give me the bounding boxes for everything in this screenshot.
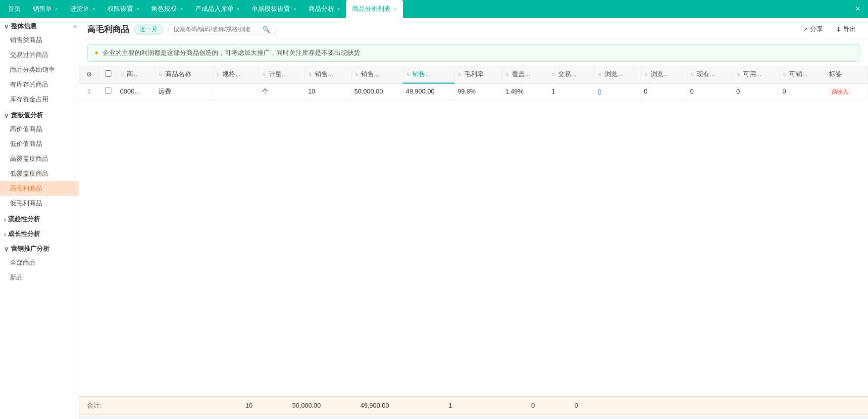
cell-code: 0000...: [117, 83, 155, 99]
sidebar-collapse-button[interactable]: «: [73, 22, 77, 30]
sidebar-item-low-value[interactable]: 低价值商品: [0, 137, 79, 151]
page-title: 高毛利商品: [87, 24, 129, 35]
col-browse1[interactable]: ⇅ 浏览...: [595, 66, 641, 83]
cell-coverage: 1.49%: [502, 83, 548, 99]
sort-icon: ⇅: [736, 72, 740, 77]
sidebar-item-new-goods[interactable]: 新品: [0, 270, 79, 285]
col-name[interactable]: ⇅ 商品名称: [155, 66, 213, 83]
footer-sales3: 49,900.00: [360, 402, 389, 409]
footer-row: 合计: 10 50,000.00 49,900.00 1 0 0: [79, 396, 868, 414]
cell-sales3: 49,900.00: [403, 83, 454, 99]
nav-product-warehouse[interactable]: 产成品入库单 ×: [189, 0, 246, 18]
col-sales3[interactable]: ⇅ 销售...: [403, 66, 454, 83]
close-icon[interactable]: ×: [337, 6, 340, 12]
col-tag[interactable]: 标签: [825, 66, 868, 83]
search-icon[interactable]: 🔍: [262, 26, 270, 33]
footer-data: 10 50,000.00 49,900.00 1 0 0: [112, 402, 578, 409]
nav-analysis-list[interactable]: 商品分析列表 ×: [346, 0, 403, 18]
nav-template[interactable]: 单据模板设置 ×: [246, 0, 302, 18]
col-settings[interactable]: ⚙: [79, 66, 99, 83]
col-stock-available[interactable]: ⇅ 可用...: [733, 66, 779, 83]
close-all-button[interactable]: ×: [850, 4, 866, 13]
sidebar-item-stock-goods[interactable]: 有库存的商品: [0, 77, 79, 92]
sidebar-group-contribution[interactable]: ∨ 贡献值分析: [0, 107, 79, 122]
data-table: ⚙ ⇅ 商... ⇅ 商品名称: [79, 66, 868, 100]
sidebar-item-low-coverage[interactable]: 低覆盖度商品: [0, 166, 79, 181]
sidebar-item-low-margin[interactable]: 低毛利商品: [0, 196, 79, 211]
col-stock-sale[interactable]: ⇅ 可销...: [779, 66, 825, 83]
cell-browse1[interactable]: 0: [595, 83, 641, 99]
share-button[interactable]: ↗ 分享: [799, 23, 827, 36]
sidebar-item-stock-funds[interactable]: 库存资金占用: [0, 92, 79, 107]
search-input[interactable]: [173, 26, 262, 33]
sort-icon: ⇅: [458, 72, 461, 77]
cell-stock-available: 0: [733, 83, 779, 99]
sort-icon: ⇅: [598, 72, 602, 77]
col-code[interactable]: ⇅ 商...: [117, 66, 155, 83]
close-icon[interactable]: ×: [180, 6, 183, 12]
sidebar: « ∨ 整体信息 销售类商品 交易过的商品 商品分类助销率 有库存的商品 库存资…: [0, 18, 79, 419]
nav-home[interactable]: 首页: [2, 0, 27, 18]
main-layout: « ∨ 整体信息 销售类商品 交易过的商品 商品分类助销率 有库存的商品 库存资…: [0, 18, 868, 419]
sort-icon: ⇅: [120, 72, 124, 77]
sidebar-item-all-goods[interactable]: 全部商品: [0, 255, 79, 270]
sort-icon: ⇅: [690, 72, 694, 77]
sort-icon: ⇅: [782, 72, 786, 77]
cell-checkbox[interactable]: [99, 83, 117, 99]
sidebar-item-high-margin[interactable]: 高毛利商品: [0, 181, 79, 196]
col-coverage[interactable]: ⇅ 覆盖...: [502, 66, 548, 83]
cell-stock-sale: 0: [779, 83, 825, 99]
table-row: 1 0000... 运费 个 10 50,000.00 49,900.00 99…: [79, 83, 868, 99]
sidebar-item-traded-goods[interactable]: 交易过的商品: [0, 47, 79, 62]
sort-icon: ⇅: [552, 72, 556, 77]
col-sales2[interactable]: ⇅ 销售...: [351, 66, 403, 83]
col-stock-current[interactable]: ⇅ 现有...: [687, 66, 733, 83]
horizontal-scrollbar[interactable]: [79, 414, 868, 419]
sort-icon: ⇅: [355, 72, 358, 77]
select-all-checkbox[interactable]: [105, 70, 111, 77]
sort-icon: ⇅: [505, 72, 509, 77]
nav-roles[interactable]: 角色授权 ×: [145, 0, 189, 18]
nav-purchase[interactable]: 进货单 ×: [64, 0, 101, 18]
sidebar-item-high-value[interactable]: 高价值商品: [0, 122, 79, 137]
close-icon[interactable]: ×: [92, 6, 95, 12]
col-transaction[interactable]: ⇅ 交易...: [548, 66, 594, 83]
close-icon[interactable]: ×: [136, 6, 139, 12]
sidebar-group-contribution-items: 高价值商品 低价值商品 高覆盖度商品 低覆盖度商品 高毛利商品 低毛利商品: [0, 122, 79, 211]
sidebar-group-marketing[interactable]: ∨ 营销推广分析: [0, 240, 79, 255]
col-browse2[interactable]: ⇅ 浏览...: [641, 66, 687, 83]
filter-recent-month-button[interactable]: 近一月: [134, 24, 163, 35]
col-spec[interactable]: ⇅ 规格...: [212, 66, 258, 83]
nav-analysis[interactable]: 商品分析 ×: [303, 0, 346, 18]
cell-stock-current: 0: [687, 83, 733, 99]
nav-sales[interactable]: 销售单 ×: [27, 0, 64, 18]
sort-icon: ⇅: [158, 72, 162, 77]
sidebar-item-high-coverage[interactable]: 高覆盖度商品: [0, 151, 79, 166]
table-wrapper: ⚙ ⇅ 商... ⇅ 商品名称: [79, 66, 868, 396]
sidebar-group-trend[interactable]: › 流趋性分析: [0, 211, 79, 226]
footer-stock: 0: [574, 402, 578, 409]
sidebar-item-sales-goods[interactable]: 销售类商品: [0, 33, 79, 47]
cell-unit: 个: [258, 83, 305, 99]
sidebar-group-growth[interactable]: › 成长性分析: [0, 226, 79, 240]
close-icon[interactable]: ×: [394, 6, 397, 12]
sidebar-group-overall-items: 销售类商品 交易过的商品 商品分类助销率 有库存的商品 库存资金占用: [0, 33, 79, 107]
sort-icon: ⇅: [216, 72, 220, 77]
search-box: 🔍: [168, 24, 277, 35]
col-sales1[interactable]: ⇅ 销售...: [305, 66, 351, 83]
sidebar-group-overall[interactable]: ∨ 整体信息: [0, 18, 79, 33]
col-gross[interactable]: ⇅ 毛利率: [454, 66, 502, 83]
col-unit[interactable]: ⇅ 计量...: [258, 66, 305, 83]
col-checkbox[interactable]: [99, 66, 117, 83]
export-button[interactable]: ⬇ 导出: [832, 23, 860, 36]
close-icon[interactable]: ×: [293, 6, 296, 12]
sidebar-item-category-rate[interactable]: 商品分类助销率: [0, 62, 79, 77]
top-nav: 首页 销售单 × 进货单 × 权限设置 × 角色授权 × 产成品入库单 × 单据…: [0, 0, 868, 18]
row-checkbox[interactable]: [105, 88, 111, 94]
chevron-right-icon: ›: [4, 216, 6, 223]
cell-spec: [212, 83, 258, 99]
close-icon[interactable]: ×: [237, 6, 240, 12]
settings-icon[interactable]: ⚙: [86, 71, 92, 78]
close-icon[interactable]: ×: [55, 6, 58, 12]
nav-permissions[interactable]: 权限设置 ×: [102, 0, 145, 18]
